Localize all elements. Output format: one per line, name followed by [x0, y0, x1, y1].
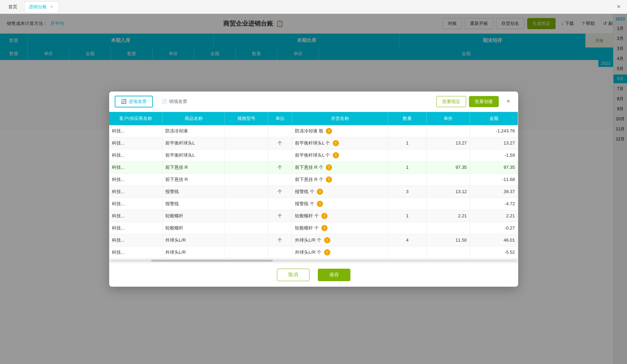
td-unit: 个: [268, 210, 292, 222]
th-amount: 金额: [470, 112, 518, 125]
td-supplier: 科技...: [109, 198, 163, 210]
modal-footer: 取消 保存: [109, 263, 518, 287]
td-price: 13.27: [427, 137, 470, 149]
tab-active[interactable]: 进销台账 ×: [24, 1, 59, 12]
td-amount: 97.35: [470, 161, 518, 173]
td-product: 前平衡杆球头L: [162, 137, 225, 149]
warning-icon: !: [326, 164, 332, 171]
tab-home[interactable]: 首页: [3, 2, 23, 12]
purchase-tab-icon: 🔄: [121, 99, 127, 104]
table-row[interactable]: 科技... 前下悬挂 R 个 前下悬挂 R 个 ! 1 97.35 97.35: [109, 161, 518, 173]
td-inventory: 报警线 个 !: [292, 185, 388, 198]
tab-sales-invoice[interactable]: 📄 销项发票: [156, 96, 193, 107]
td-product: 报警线: [162, 185, 225, 198]
td-qty: [388, 222, 427, 234]
td-inventory: 防冻冷却液 瓶 !: [292, 125, 388, 137]
window-close-button[interactable]: ×: [613, 1, 624, 12]
td-amount: 39.37: [470, 185, 518, 198]
sales-tab-label: 销项发票: [169, 98, 187, 105]
td-amount: -5.52: [470, 246, 518, 258]
td-price: [427, 125, 470, 137]
table-row[interactable]: 科技... 防冻冷却液 防冻冷却液 瓶 ! -1,243.76: [109, 125, 518, 137]
warning-icon: !: [317, 201, 323, 207]
td-amount: -1,243.76: [470, 125, 518, 137]
td-inventory: 外球头L/R 个 !: [292, 246, 388, 258]
td-qty: 1: [388, 137, 427, 149]
tab-active-label: 进销台账: [29, 4, 47, 10]
td-price: [427, 149, 470, 161]
td-supplier: 科技...: [109, 137, 163, 149]
td-unit: 个: [268, 161, 292, 173]
purchase-tab-label: 进项发票: [129, 98, 147, 105]
td-qty: [388, 198, 427, 210]
modal-table[interactable]: 客户/供应商名称 商品名称 规格型号 单位 存货名称 数量 单价 金额 科技..…: [109, 112, 518, 259]
td-spec: [225, 173, 268, 185]
td-inventory: 外球头L/R 个 !: [292, 234, 388, 246]
warning-icon: !: [324, 237, 330, 243]
table-row[interactable]: 科技... 轮毂螺杆 个 轮毂螺杆 个 ! 1 2.21 2.21: [109, 210, 518, 222]
td-supplier: 科技...: [109, 161, 163, 173]
td-supplier: 科技...: [109, 210, 163, 222]
td-unit: [268, 246, 292, 258]
td-price: [427, 198, 470, 210]
warning-icon: !: [333, 140, 339, 146]
modal-close-button[interactable]: ×: [504, 97, 513, 106]
td-amount: 46.01: [470, 234, 518, 246]
td-amount: -4.72: [470, 198, 518, 210]
td-supplier: 科技...: [109, 234, 163, 246]
invoice-table: 客户/供应商名称 商品名称 规格型号 单位 存货名称 数量 单价 金额 科技..…: [109, 112, 518, 259]
td-supplier: 科技...: [109, 149, 163, 161]
table-row[interactable]: 科技... 外球头L/R 个 外球头L/R 个 ! 4 11.50 46.01: [109, 234, 518, 246]
td-unit: [268, 222, 292, 234]
warning-icon: !: [333, 152, 339, 158]
th-supplier: 客户/供应商名称: [109, 112, 163, 125]
table-row[interactable]: 科技... 前下悬挂 R 前下悬挂 R 个 ! -11.68: [109, 173, 518, 185]
table-row[interactable]: 科技... 前平衡杆球头L 个 前平衡杆球头L 个 ! 1 13.27 13.2…: [109, 137, 518, 149]
td-price: 2.21: [427, 210, 470, 222]
td-qty: 4: [388, 234, 427, 246]
cancel-button[interactable]: 取消: [277, 269, 310, 281]
modal-header: 🔄 进项发票 📄 销项发票 批量指定 批量创建 ×: [109, 92, 518, 112]
td-unit: [268, 173, 292, 185]
tab-purchase-invoice[interactable]: 🔄 进项发票: [115, 96, 153, 107]
table-row[interactable]: 科技... 前平衡杆球头L 前平衡杆球头L 个 ! -1.59: [109, 149, 518, 161]
horizontal-scrollbar[interactable]: [109, 259, 518, 263]
td-price: [427, 222, 470, 234]
td-product: 防冻冷却液: [162, 125, 225, 137]
save-button[interactable]: 保存: [318, 269, 350, 281]
th-inventory: 存货名称: [292, 112, 388, 125]
scrollbar-thumb: [151, 260, 273, 262]
warning-icon: !: [324, 249, 330, 255]
td-unit: [268, 198, 292, 210]
td-product: 报警线: [162, 198, 225, 210]
td-product: 前下悬挂 R: [162, 173, 225, 185]
td-qty: [388, 246, 427, 258]
td-supplier: 科技...: [109, 185, 163, 198]
td-spec: [225, 210, 268, 222]
td-spec: [225, 149, 268, 161]
td-inventory: 前平衡杆球头L 个 !: [292, 149, 388, 161]
batch-create-button[interactable]: 批量创建: [469, 96, 499, 107]
tab-close-icon[interactable]: ×: [49, 4, 54, 10]
table-row[interactable]: 科技... 外球头L/R 外球头L/R 个 ! -5.52: [109, 246, 518, 258]
table-row[interactable]: 科技... 报警线 个 报警线 个 ! 3 13.12 39.37: [109, 185, 518, 198]
td-product: 外球头L/R: [162, 234, 225, 246]
td-qty: 1: [388, 210, 427, 222]
td-product: 前平衡杆球头L: [162, 149, 225, 161]
td-inventory: 报警线 个 !: [292, 198, 388, 210]
th-price: 单价: [427, 112, 470, 125]
td-spec: [225, 234, 268, 246]
th-product: 商品名称: [162, 112, 225, 125]
th-spec: 规格型号: [225, 112, 268, 125]
td-inventory: 轮毂螺杆 个 !: [292, 210, 388, 222]
table-row[interactable]: 科技... 报警线 报警线 个 ! -4.72: [109, 198, 518, 210]
td-spec: [225, 185, 268, 198]
td-price: [427, 246, 470, 258]
modal-header-actions: 批量指定 批量创建: [436, 96, 499, 107]
table-row[interactable]: 科技... 轮毂螺杆 轮毂螺杆 个 ! -0.27: [109, 222, 518, 234]
modal: 🔄 进项发票 📄 销项发票 批量指定 批量创建 ×: [109, 92, 518, 287]
warning-icon: !: [326, 176, 332, 183]
warning-icon: !: [321, 225, 328, 231]
td-price: 11.50: [427, 234, 470, 246]
batch-assign-button[interactable]: 批量指定: [436, 96, 466, 107]
